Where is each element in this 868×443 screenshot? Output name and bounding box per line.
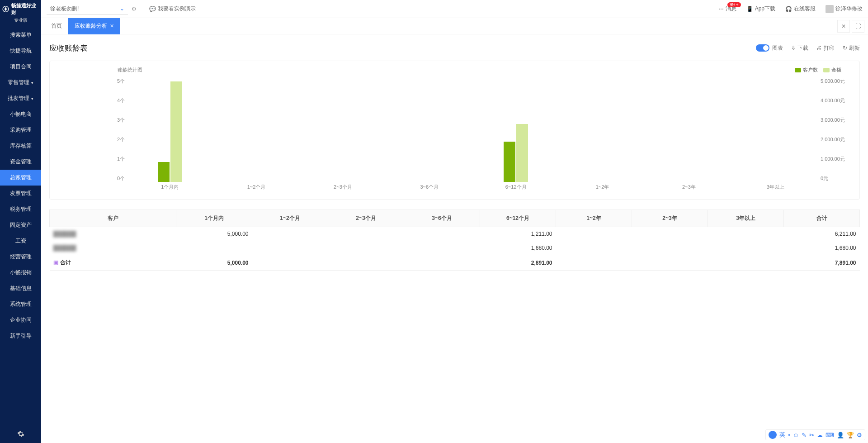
table-total-row: ▣合计5,000.002,891.007,891.00 [50,255,860,271]
table-row[interactable]: ██████5,000.001,211.006,211.00 [50,227,860,241]
sidebar-item-0[interactable]: 搜索菜单 [0,27,41,43]
tab-close-all[interactable]: ✕ [837,20,850,33]
sidebar-item-5[interactable]: 小畅电商 [0,106,41,122]
bar-customers[interactable] [504,142,515,182]
legend-customers[interactable]: 客户数 [795,67,818,73]
sidebar-item-11[interactable]: 税务管理 [0,201,41,217]
topbar: 徐老板勿删! ⌄ ⚙ 💬 我要看实例演示 ⋯ 消息 99 + 📱 App下载 🎧… [41,0,868,18]
y-tick: 0个 [117,175,125,182]
aging-table: 客户1个月内1~2个月2~3个月3~6个月6~12个月1~2年2~3年3年以上合… [49,210,860,271]
org-name: 徐老板勿删! [50,5,79,13]
user-menu[interactable]: 徐泽华修改 [826,5,863,13]
x-axis: 1个月内1~2个月2~3个月3~6个月6~12个月1~2年2~3年3年以上 [127,184,819,195]
gear-icon-small[interactable]: ⚙ [132,6,137,12]
x-tick: 2~3年 [646,184,732,195]
sidebar-item-12[interactable]: 固定资产 [0,217,41,233]
cell: 5,000.00 [176,227,252,241]
page-header: 应收账龄表 图表 ⇩ 下载 🖨 打印 ↻ [49,39,860,57]
sidebar-item-2[interactable]: 项目合同 [0,59,41,75]
bar-group [504,124,528,182]
ime-icon: • [788,432,790,438]
ime-toolbar[interactable]: 王 英 • ☺ ✎ ✂ ☁ ⌨ 👤 🏆 ⚙ [765,429,865,440]
tab-fullscreen[interactable]: ⛶ [852,20,864,33]
sidebar-item-1[interactable]: 快捷导航 [0,43,41,59]
sidebar-item-6[interactable]: 采购管理 [0,122,41,138]
y-axis-left: 5个4个3个2个1个0个 [113,78,125,182]
table-header-row: 客户1个月内1~2个月2~3个月3~6个月6~12个月1~2年2~3年3年以上合… [50,210,860,227]
sidebar-item-4[interactable]: 批发管理▾ [0,91,41,106]
col-header: 2~3年 [632,210,708,227]
total-cell [556,255,632,271]
col-header: 6~12个月 [480,210,556,227]
sidebar-item-18[interactable]: 企业协同 [0,312,41,328]
sidebar-item-3[interactable]: 零售管理▾ [0,75,41,91]
legend-amount[interactable]: 金额 [823,67,841,73]
cell [708,241,784,255]
sidebar: 畅捷通好业财 专业版 搜索菜单快捷导航项目合同零售管理▾批发管理▾小畅电商采购管… [0,0,41,443]
sidebar-item-10[interactable]: 发票管理 [0,186,41,201]
cell [632,241,708,255]
bar-amount[interactable] [170,81,182,182]
print-button[interactable]: 🖨 打印 [816,44,835,52]
support-button[interactable]: 🎧 在线客服 [785,5,816,13]
brand-name: 畅捷通好业财 [11,2,39,16]
bar-customers[interactable] [158,162,170,182]
sidebar-item-7[interactable]: 库存核算 [0,138,41,154]
x-tick: 1~2年 [559,184,646,195]
sidebar-item-17[interactable]: 系统管理 [0,296,41,312]
close-icon[interactable]: ✕ [110,23,114,29]
total-cell: 2,891.00 [480,255,556,271]
cell: 1,211.00 [480,227,556,241]
chart-toggle[interactable] [756,44,769,52]
settings-button[interactable] [0,425,41,443]
chart-legend: 客户数 金额 [795,67,841,73]
refresh-icon: ↻ [843,45,847,51]
page-title: 应收账龄表 [49,43,88,53]
sidebar-item-15[interactable]: 小畅报销 [0,265,41,281]
cell: ██████ [50,241,176,255]
y-tick: 1,000.00元 [821,156,845,162]
cell [328,227,404,241]
page-actions: 图表 ⇩ 下载 🖨 打印 ↻ 刷新 [756,44,860,52]
x-tick: 2~3个月 [300,184,386,195]
avatar-icon [826,5,834,13]
app-download-button[interactable]: 📱 App下载 [746,5,775,13]
col-header: 1~2年 [556,210,632,227]
sidebar-item-19[interactable]: 新手引导 [0,328,41,344]
tab-receivable-aging[interactable]: 应收账龄分析 ✕ [68,18,120,34]
total-cell: 7,891.00 [784,255,860,271]
table-row[interactable]: ██████1,680.001,680.00 [50,241,860,255]
cell: 1,680.00 [784,241,860,255]
table-body: ██████5,000.001,211.006,211.00██████1,68… [50,227,860,271]
sidebar-menu: 搜索菜单快捷导航项目合同零售管理▾批发管理▾小畅电商采购管理库存核算资金管理总账… [0,27,41,425]
y-tick: 3,000.00元 [821,117,845,124]
total-cell [252,255,328,271]
org-selector[interactable]: 徐老板勿删! ⌄ [47,3,128,15]
sidebar-item-13[interactable]: 工资 [0,233,41,249]
ime-badge: 王 [769,431,777,439]
chart-title: 账龄统计图 [118,67,142,72]
brand-logo: 畅捷通好业财 [0,0,41,18]
total-cell [404,255,480,271]
sidebar-item-16[interactable]: 基础信息 [0,281,41,296]
download-icon: ⇩ [791,45,796,51]
messages-button[interactable]: ⋯ 消息 99 + [718,5,736,13]
sidebar-item-8[interactable]: 资金管理 [0,154,41,170]
tabbar: 首页 应收账龄分析 ✕ ✕ ⛶ [41,18,868,34]
y-tick: 1个 [117,156,125,162]
cell: ██████ [50,227,176,241]
ime-gear-icon: ⚙ [857,432,862,438]
sidebar-item-9[interactable]: 总账管理 [0,170,41,186]
sidebar-item-14[interactable]: 经营管理 [0,249,41,265]
chat-icon: 💬 [149,6,156,12]
ime-user-icon: 👤 [837,432,844,438]
cell [252,227,328,241]
tab-home[interactable]: 首页 [45,18,68,34]
refresh-button[interactable]: ↻ 刷新 [843,44,860,52]
cell [632,227,708,241]
x-tick: 1~2个月 [213,184,299,195]
x-tick: 1个月内 [127,184,213,195]
download-button[interactable]: ⇩ 下载 [791,44,808,52]
bar-amount[interactable] [516,124,528,182]
demo-link[interactable]: 💬 我要看实例演示 [149,5,196,13]
